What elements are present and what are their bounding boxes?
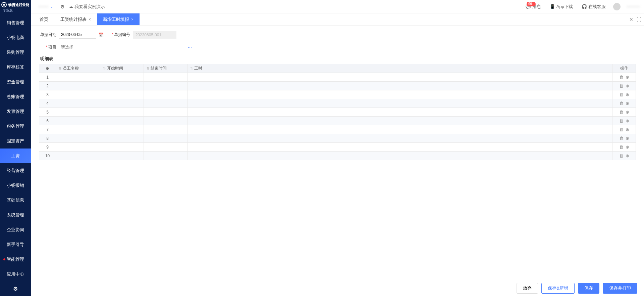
table-cell[interactable] (100, 73, 144, 82)
col-hours[interactable]: ⇅工时 (187, 64, 612, 73)
sidebar-item[interactable]: 发票管理 (0, 104, 31, 119)
sidebar-item[interactable]: 固定资产 (0, 134, 31, 149)
table-cell[interactable] (144, 73, 187, 82)
col-end-time[interactable]: ⇅结束时间 (144, 64, 187, 73)
calendar-icon[interactable]: 📅 (99, 33, 104, 37)
table-cell[interactable] (144, 134, 187, 143)
table-cell[interactable] (56, 99, 100, 108)
save-and-print-button[interactable]: 保存并打印 (603, 283, 637, 294)
user-name[interactable] (627, 6, 640, 7)
add-row-icon[interactable]: ⊕ (626, 153, 629, 158)
save-and-new-button[interactable]: 保存&新增 (541, 283, 575, 294)
sidebar-item[interactable]: 总账管理 (0, 89, 31, 104)
tab[interactable]: 首页 (34, 13, 54, 25)
tab[interactable]: 工资统计报表× (54, 13, 97, 25)
add-row-icon[interactable]: ⊕ (626, 92, 629, 97)
col-start-time[interactable]: ⇅开始时间 (100, 64, 144, 73)
table-cell[interactable] (144, 99, 187, 108)
table-cell[interactable] (100, 143, 144, 152)
table-cell[interactable] (56, 143, 100, 152)
company-selector[interactable]: ⌄ (35, 4, 56, 9)
fullscreen-icon[interactable]: ⛶ (637, 17, 641, 22)
col-employee[interactable]: ⇅员工名称 (56, 64, 100, 73)
table-row[interactable]: 9🗑⊕ (39, 143, 636, 152)
table-row[interactable]: 6🗑⊕ (39, 117, 636, 125)
delete-row-icon[interactable]: 🗑 (619, 101, 624, 106)
table-row[interactable]: 8🗑⊕ (39, 134, 636, 143)
close-all-tabs-icon[interactable]: ✕ (629, 17, 633, 22)
table-row[interactable]: 5🗑⊕ (39, 108, 636, 117)
add-row-icon[interactable]: ⊕ (626, 110, 629, 115)
table-cell[interactable] (144, 117, 187, 125)
sidebar-item[interactable]: 经营管理 (0, 163, 31, 178)
table-cell[interactable] (187, 82, 612, 90)
table-cell[interactable] (100, 134, 144, 143)
table-cell[interactable] (187, 99, 612, 108)
sidebar-item[interactable]: 小畅报销 (0, 178, 31, 193)
sidebar-item[interactable]: 税务管理 (0, 119, 31, 134)
table-cell[interactable] (56, 117, 100, 125)
top-gear-icon[interactable]: ⚙ (60, 4, 65, 9)
table-cell[interactable] (100, 82, 144, 90)
delete-row-icon[interactable]: 🗑 (619, 110, 624, 115)
table-cell[interactable] (56, 90, 100, 99)
delete-row-icon[interactable]: 🗑 (619, 144, 624, 150)
sidebar-item[interactable]: 采购管理 (0, 45, 31, 60)
sidebar-item[interactable]: 基础信息 (0, 193, 31, 208)
table-cell[interactable] (187, 143, 612, 152)
delete-row-icon[interactable]: 🗑 (619, 153, 624, 158)
add-row-icon[interactable]: ⊕ (626, 136, 629, 141)
user-avatar[interactable] (613, 3, 621, 10)
table-cell[interactable] (100, 152, 144, 160)
add-row-icon[interactable]: ⊕ (626, 75, 629, 80)
delete-row-icon[interactable]: 🗑 (619, 127, 624, 132)
table-cell[interactable] (100, 125, 144, 134)
save-button[interactable]: 保存 (578, 283, 599, 294)
table-cell[interactable] (56, 125, 100, 134)
table-cell[interactable] (100, 117, 144, 125)
app-download-button[interactable]: 📱 App下载 (550, 4, 573, 10)
close-icon[interactable]: × (89, 17, 91, 22)
delete-row-icon[interactable]: 🗑 (619, 83, 624, 88)
table-row[interactable]: 4🗑⊕ (39, 99, 636, 108)
close-icon[interactable]: × (131, 17, 133, 22)
table-row[interactable]: 10🗑⊕ (39, 152, 636, 160)
delete-row-icon[interactable]: 🗑 (619, 136, 624, 141)
table-cell[interactable] (187, 90, 612, 99)
table-cell[interactable] (56, 134, 100, 143)
table-cell[interactable] (56, 73, 100, 82)
table-cell[interactable] (187, 134, 612, 143)
table-cell[interactable] (187, 108, 612, 117)
sidebar-item[interactable]: 资金管理 (0, 75, 31, 89)
table-cell[interactable] (100, 108, 144, 117)
discard-button[interactable]: 放弃 (517, 283, 538, 294)
add-row-icon[interactable]: ⊕ (626, 127, 629, 132)
add-row-icon[interactable]: ⊕ (626, 83, 629, 88)
sidebar-item[interactable]: 小畅电商 (0, 30, 31, 45)
messages-button[interactable]: 💬 消息 99+ (526, 4, 541, 10)
table-row[interactable]: 3🗑⊕ (39, 90, 636, 99)
demo-link[interactable]: ☁ 我要看实例演示 (69, 4, 105, 10)
sidebar-item[interactable]: 企业协同 (0, 222, 31, 237)
sidebar-item[interactable]: 系统管理 (0, 208, 31, 222)
table-cell[interactable] (144, 82, 187, 90)
project-more-icon[interactable]: ⋯ (188, 45, 192, 50)
table-cell[interactable] (56, 108, 100, 117)
sidebar-item[interactable]: 库存核算 (0, 60, 31, 75)
sidebar-item[interactable]: 智能管理 (0, 252, 31, 267)
sidebar-item[interactable]: 应用中心 (0, 267, 31, 282)
sidebar-item[interactable]: 销售管理 (0, 15, 31, 30)
table-cell[interactable] (144, 152, 187, 160)
table-row[interactable]: 7🗑⊕ (39, 125, 636, 134)
project-input[interactable] (59, 43, 183, 51)
table-cell[interactable] (144, 108, 187, 117)
table-config-header[interactable]: ⚙ (39, 64, 56, 73)
delete-row-icon[interactable]: 🗑 (619, 92, 624, 97)
bill-date-input[interactable] (59, 31, 96, 39)
table-cell[interactable] (56, 152, 100, 160)
table-cell[interactable] (187, 117, 612, 125)
table-cell[interactable] (56, 82, 100, 90)
table-cell[interactable] (144, 125, 187, 134)
tab[interactable]: 新增工时填报× (97, 13, 140, 25)
table-cell[interactable] (100, 99, 144, 108)
